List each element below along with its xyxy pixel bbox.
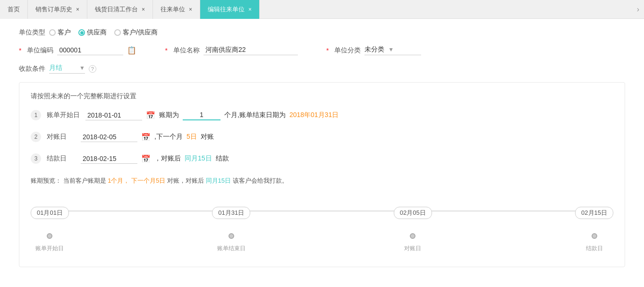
radio-supplier[interactable]: 供应商 <box>78 28 107 37</box>
radio-supplier-circle <box>78 29 85 36</box>
unit-category-star: * <box>326 47 329 54</box>
timeline-node-3: 02月05日 对账日 <box>394 207 432 253</box>
step-1-label: 账单开始日 <box>47 111 80 119</box>
unit-category-value: 未分类 <box>364 45 384 54</box>
tab-bar: 首页 销售订单历史 × 钱货日清工作台 × 往来单位 × 编辑往来单位 × › <box>0 0 644 19</box>
step-2-row: 2 对账日 📅 ,下一个月 5日 对账 <box>31 132 613 142</box>
step-1-period-suffix: 个月,账单结束日期为 <box>224 111 286 119</box>
step-2-suffix: 对账 <box>201 133 214 141</box>
unit-category-select[interactable]: 未分类 ▼ <box>364 45 421 55</box>
main-content: 单位类型 客户 供应商 客户/供应商 * 单位编码 <box>0 19 644 287</box>
step-2-prefix: ,下一个月 <box>154 133 183 141</box>
radio-supplier-label: 供应商 <box>87 28 107 37</box>
step-3-num: 3 <box>31 153 41 164</box>
node-2-label: 账单结束日 <box>217 245 246 253</box>
node-4-label: 结款日 <box>586 245 603 253</box>
tab-edit-partner[interactable]: 编辑往来单位 × <box>200 0 260 19</box>
tab-partner-close[interactable]: × <box>189 7 192 12</box>
tab-edit-partner-close[interactable]: × <box>248 7 252 12</box>
node-3-badge: 02月05日 <box>394 207 432 219</box>
step-3-label: 结款日 <box>47 154 75 163</box>
radio-customer[interactable]: 客户 <box>49 28 71 37</box>
tab-cash-work[interactable]: 钱货日清工作台 × <box>87 0 153 19</box>
step-1-content: 📅 账期为 个月,账单结束日期为 2018年01月31日 <box>85 110 339 120</box>
tab-sales-history-label: 销售订单历史 <box>35 5 72 14</box>
tab-sales-history-close[interactable]: × <box>76 7 79 12</box>
preview-highlight-2: 同月15日 <box>206 177 231 184</box>
step-3-calendar-icon[interactable]: 📅 <box>141 154 151 163</box>
payment-terms-value: 月结 <box>49 64 77 72</box>
step-2-num: 2 <box>31 132 41 142</box>
timeline-node-2: 01月31日 账单结束日 <box>212 207 250 253</box>
preview-highlight-1: 1个月， <box>108 177 129 184</box>
unit-name-star: * <box>165 47 167 54</box>
step-2-date-input[interactable] <box>81 132 137 142</box>
help-icon[interactable]: ? <box>89 65 96 73</box>
timeline-nodes: 01月01日 账单开始日 01月31日 账单结束日 02月05日 对账日 02月… <box>31 207 613 253</box>
unit-name-group: * 单位名称 <box>165 45 297 55</box>
preview-text-4: 该客户会给我打款。 <box>233 177 288 184</box>
step-2-label: 对账日 <box>47 133 75 141</box>
step-3-prefix: ，对账后 <box>154 154 181 163</box>
unit-type-label: 单位类型 <box>19 28 45 37</box>
tab-home-label: 首页 <box>8 5 20 14</box>
tab-partner-label: 往来单位 <box>161 5 185 14</box>
step-1-date-input[interactable] <box>85 110 142 120</box>
payment-terms-arrow: ▼ <box>79 65 85 71</box>
unit-name-label: 单位名称 <box>173 46 200 55</box>
preview-section: 账期预览： 当前客户账期是 1个月， 下一个月5日 对账，对账后 同月15日 该… <box>31 175 613 186</box>
timeline-node-1: 01月01日 账单开始日 <box>31 207 69 253</box>
step-1-period-prefix: 账期为 <box>159 111 179 119</box>
node-3-dot <box>410 233 415 239</box>
unit-info-row: * 单位编码 📋 * 单位名称 * 单位分类 未分类 ▼ <box>19 45 625 55</box>
unit-name-input[interactable] <box>203 45 298 55</box>
settings-section: 请按照未来的一个完整帐期进行设置 1 账单开始日 📅 账期为 个月,账单结束日期… <box>19 82 625 267</box>
radio-both-label: 客户/供应商 <box>123 28 158 37</box>
preview-text-1: 当前客户账期是 <box>63 177 106 184</box>
radio-customer-label: 客户 <box>58 28 71 37</box>
radio-customer-circle <box>49 29 56 36</box>
node-1-badge: 01月01日 <box>31 207 69 219</box>
unit-category-arrow: ▼ <box>388 46 394 53</box>
unit-code-icon[interactable]: 📋 <box>127 46 136 55</box>
step-2-highlight: 5日 <box>186 133 197 141</box>
step-3-highlight: 同月15日 <box>185 154 212 163</box>
tab-more-arrow[interactable]: › <box>632 5 644 14</box>
payment-terms-row: 收款条件 月结 ▼ ? <box>19 64 625 74</box>
radio-both[interactable]: 客户/供应商 <box>114 28 158 37</box>
unit-code-input[interactable] <box>57 45 123 55</box>
timeline-node-4: 02月15日 结款日 <box>575 207 613 253</box>
unit-category-group: * 单位分类 未分类 ▼ <box>326 45 421 55</box>
node-1-label: 账单开始日 <box>35 245 64 253</box>
unit-code-label: 单位编码 <box>27 46 53 55</box>
tab-cash-work-label: 钱货日清工作台 <box>95 5 138 14</box>
step-1-calendar-icon[interactable]: 📅 <box>146 111 155 120</box>
step-2-calendar-icon[interactable]: 📅 <box>141 133 151 142</box>
tab-edit-partner-label: 编辑往来单位 <box>208 5 245 14</box>
tab-sales-history[interactable]: 销售订单历史 × <box>28 0 87 19</box>
node-2-badge: 01月31日 <box>212 207 250 219</box>
tab-cash-work-close[interactable]: × <box>142 7 145 12</box>
node-2-dot <box>229 233 234 239</box>
preview-text-2: 下一个月5日 <box>131 177 165 184</box>
radio-both-circle <box>114 29 121 36</box>
node-1-dot <box>47 233 52 239</box>
section-title: 请按照未来的一个完整帐期进行设置 <box>31 92 613 101</box>
unit-code-star: * <box>19 47 21 54</box>
step-1-row: 1 账单开始日 📅 账期为 个月,账单结束日期为 2018年01月31日 <box>31 110 613 120</box>
step-1-end-date: 2018年01月31日 <box>289 111 339 119</box>
unit-code-group: * 单位编码 📋 <box>19 45 136 55</box>
node-3-label: 对账日 <box>404 245 421 253</box>
payment-terms-select[interactable]: 月结 ▼ <box>49 64 85 74</box>
preview-label: 账期预览： <box>31 177 61 184</box>
unit-type-row: 单位类型 客户 供应商 客户/供应商 <box>19 28 625 37</box>
step-1-period-input[interactable] <box>183 110 220 120</box>
step-2-content: 📅 ,下一个月 5日 对账 <box>81 132 214 142</box>
step-3-suffix: 结款 <box>216 154 229 163</box>
step-3-date-input[interactable] <box>81 154 137 164</box>
tab-partner[interactable]: 往来单位 × <box>153 0 200 19</box>
step-1-num: 1 <box>31 110 41 120</box>
node-4-badge: 02月15日 <box>575 207 613 219</box>
tab-home[interactable]: 首页 <box>0 0 28 19</box>
timeline: 01月01日 账单开始日 01月31日 账单结束日 02月05日 对账日 02月… <box>31 197 613 257</box>
